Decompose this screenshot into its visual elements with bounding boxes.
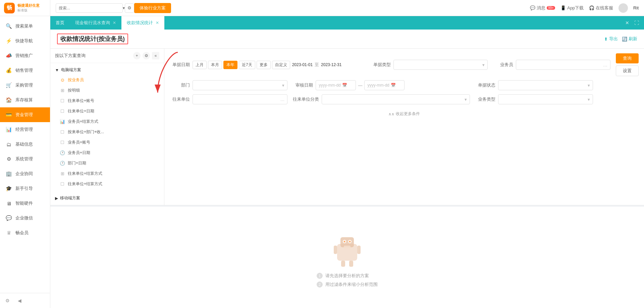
sidebar-item-hardware[interactable]: 🖥 智能硬件 [0, 196, 50, 211]
sidebar-item-purchase[interactable]: 🛒 采购管理 [0, 78, 50, 93]
tab-home[interactable]: 首页 [50, 16, 70, 30]
scheme-collapse-button[interactable]: « [152, 52, 159, 59]
svg-point-5 [349, 241, 351, 243]
scheme-item-label: 往来单位+结算方式 [68, 171, 102, 176]
search-icon: 🔍 [5, 23, 12, 30]
filter-section: 按以下方案查询 + ⚙ « ▼ 电脑端方案 ⊙ 按业务员 ⊞ [50, 49, 644, 205]
scheme-item-by-staff[interactable]: ⊙ 按业务员 [50, 75, 164, 85]
this-month-button[interactable]: 本月 [208, 61, 222, 69]
custom-button[interactable]: 自定义 [272, 61, 290, 69]
bank-tab-close[interactable]: ✕ [113, 20, 116, 25]
dept-dropdown[interactable]: ▾ [193, 80, 287, 90]
sidebar-item-label: 企业协同 [15, 171, 33, 177]
tab-receipt[interactable]: 收款情况统计 ✕ [121, 16, 164, 30]
sidebar-settings-button[interactable]: ⚙ [3, 296, 12, 305]
scheme-item-unit-account[interactable]: ☐ 往来单位+账号 [50, 96, 164, 106]
mobile-group-label: 移动端方案 [60, 195, 80, 201]
sidebar-item-operations[interactable]: 📊 经营管理 [0, 122, 50, 137]
counterpart-cat-dropdown[interactable]: ▾ [322, 94, 470, 104]
scheme-item-by-detail[interactable]: ⊞ 按明细 [50, 85, 164, 96]
sidebar-item-shortcut[interactable]: ⚡ 快捷导航 [0, 34, 50, 48]
sidebar-item-system[interactable]: ⚙ 系统管理 [0, 152, 50, 166]
biz-type-field: 业务类型 ▾ [475, 94, 593, 104]
sidebar-item-marketing[interactable]: 📣 营销推广 [0, 48, 50, 63]
empty-tips: 1 请先选择要分析的方案 2 用过滤条件来缩小分析范围 [317, 273, 378, 288]
sidebar-item-basic[interactable]: 🗂 基础信息 [0, 137, 50, 152]
review-date-to[interactable]: yyyy-mm-dd 📅 [364, 80, 405, 90]
search-input[interactable] [56, 3, 123, 13]
more-button[interactable]: 更多 [257, 61, 271, 69]
counterpart-cat-label: 往来单位分类 [293, 96, 319, 102]
refresh-button[interactable]: 🔄 刷新 [622, 36, 637, 42]
shortcut-icon: ⚡ [5, 38, 12, 44]
sidebar-item-guide[interactable]: 🎓 新手引导 [0, 181, 50, 196]
refresh-label: 刷新 [629, 36, 637, 42]
sidebar-item-label: 快捷导航 [15, 38, 33, 44]
scheme-group-mobile-header[interactable]: ▶ 移动端方案 [50, 193, 164, 203]
sidebar-item-search[interactable]: 🔍 搜索菜单 [0, 19, 50, 34]
scheme-item-dept-date[interactable]: 🕐 部门+日期 [50, 158, 164, 168]
app-label: App下载 [567, 5, 584, 11]
last7-button[interactable]: 近7天 [239, 61, 255, 69]
marketing-icon: 📣 [5, 52, 12, 59]
sidebar-item-member[interactable]: ♕ 畅会员 [0, 225, 50, 240]
purchase-icon: 🛒 [5, 82, 12, 89]
app-download-button[interactable]: 📱 App下载 [560, 5, 584, 11]
message-button[interactable]: 💬 消息 99+ [530, 5, 555, 11]
doc-status-dropdown[interactable]: ▾ [498, 80, 593, 90]
review-date-from[interactable]: yyyy-mm-dd 📅 [316, 80, 356, 90]
scheme-item-label: 业务员+日期 [68, 150, 90, 156]
doc-type-chevron: ▾ [482, 62, 485, 67]
user-avatar[interactable] [619, 3, 628, 13]
sidebar-item-inventory[interactable]: 🏠 库存核算 [0, 93, 50, 107]
staff-dropdown[interactable]: … [516, 60, 610, 70]
scheme-item-staff-date[interactable]: 🕐 业务员+日期 [50, 148, 164, 158]
wechat-icon: 💬 [5, 215, 12, 221]
service-button[interactable]: 🎧 在线客服 [589, 5, 613, 11]
window-maximize-button[interactable]: ⛶ [632, 18, 641, 28]
counterpart-cat-field: 往来单位分类 ▾ [293, 94, 470, 104]
sidebar-item-corp[interactable]: 🏢 企业协同 [0, 166, 50, 181]
receipt-tab-close[interactable]: ✕ [156, 20, 159, 25]
biz-type-dropdown[interactable]: ▾ [498, 94, 593, 104]
scheme-item-unit-date[interactable]: ☐ 往来单位+日期 [50, 106, 164, 116]
scheme-group-arrow: ▼ [55, 68, 59, 72]
collapse-bar[interactable]: ∧∧ 收起更多条件 [170, 108, 639, 119]
counterpart-more-icon: … [280, 97, 284, 102]
date-to-value: 2023-12-31 [321, 62, 341, 67]
doc-type-label: 单据类型 [371, 62, 391, 68]
empty-illustration: 1 请先选择要分析的方案 2 用过滤条件来缩小分析范围 [317, 227, 378, 288]
scheme-item-unit-dept[interactable]: ☐ 按来单位+部门+收... [50, 127, 164, 137]
sidebar-item-label: 企业微信 [15, 215, 33, 221]
scheme-item-icon-unit-date: ☐ [60, 109, 65, 114]
scheme-add-button[interactable]: + [133, 52, 141, 59]
tab-bar: 首页 现金银行流水查询 ✕ 收款情况统计 ✕ ✕ ⛶ [50, 16, 644, 30]
settings-button[interactable]: ⚙ [125, 3, 134, 13]
trial-button[interactable]: 体验行业方案 [134, 3, 171, 13]
scheme-item-staff-account[interactable]: ☐ 业务员+账号 [50, 137, 164, 148]
scheme-item-staff-method[interactable]: 📊 业务员+结算方式 [50, 116, 164, 127]
date-to-label: 至 [315, 62, 319, 68]
scheme-item-unit-method1[interactable]: ⊞ 往来单位+结算方式 [50, 168, 164, 179]
doc-type-dropdown[interactable]: ▾ [393, 60, 488, 70]
scheme-item-unit-method2[interactable]: ☐ 往来单位+结算方式 [50, 179, 164, 189]
sidebar-item-sales[interactable]: 💰 销售管理 [0, 63, 50, 78]
sidebar-collapse-button[interactable]: ◀ [15, 296, 24, 305]
tab-bank[interactable]: 现金银行流水查询 ✕ [70, 16, 121, 30]
query-button[interactable]: 查询 [616, 53, 639, 63]
settings-button-form[interactable]: 设置 [616, 65, 639, 76]
export-button[interactable]: ⬆ 导出 [604, 36, 618, 42]
sidebar-bottom: ⚙ ◀ [0, 293, 50, 308]
calendar-icon-to: 📅 [391, 83, 396, 88]
window-close-button[interactable]: ✕ [623, 18, 632, 28]
inventory-icon: 🏠 [5, 97, 12, 103]
scheme-item-label: 业务员+结算方式 [68, 119, 98, 124]
this-year-button[interactable]: 本年 [223, 61, 237, 69]
counterpart-dropdown[interactable]: … [193, 94, 287, 104]
scheme-settings-button[interactable]: ⚙ [143, 52, 150, 59]
scheme-group-desktop-header[interactable]: ▼ 电脑端方案 [50, 65, 164, 75]
doc-status-label: 单据状态 [475, 82, 495, 88]
last-month-button[interactable]: 上月 [193, 61, 207, 69]
sidebar-item-wechat[interactable]: 💬 企业微信 [0, 211, 50, 225]
sidebar-item-funds[interactable]: 💳 资金管理 [0, 107, 50, 122]
